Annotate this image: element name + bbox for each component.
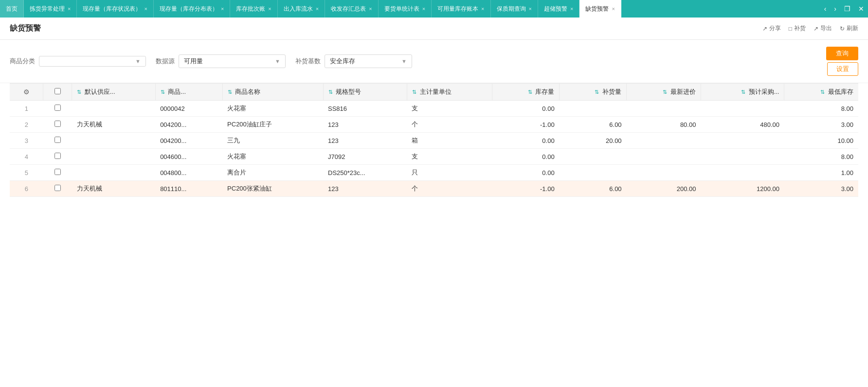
table-row: 6 力天机械 801110... PC200张紧油缸 123 个 -1.00 6… bbox=[10, 181, 858, 197]
gear-icon[interactable]: ⚙ bbox=[23, 88, 30, 96]
table-body: 1 0000042 火花塞 SS816 支 0.00 8.00 2 力天机械 0… bbox=[10, 101, 858, 197]
col-header-code[interactable]: ⇅ 商品... bbox=[155, 84, 222, 101]
category-filter-group: 商品分类 ▼ bbox=[10, 56, 146, 67]
cell-checkbox[interactable] bbox=[43, 133, 72, 149]
tab-batch-account[interactable]: 库存批次账 × bbox=[230, 0, 277, 18]
datasource-label: 数据源 bbox=[156, 57, 175, 66]
query-button[interactable]: 查询 bbox=[826, 47, 858, 60]
col-header-settings[interactable]: ⚙ bbox=[10, 84, 43, 101]
cell-name: PC200油缸庄子 bbox=[222, 117, 323, 133]
tab-scroll-left[interactable]: ‹ bbox=[820, 5, 831, 13]
close-icon[interactable]: × bbox=[221, 6, 224, 12]
page-title: 缺货预警 bbox=[10, 23, 762, 34]
cell-estimated: 480.00 bbox=[701, 117, 784, 133]
row-checkbox[interactable] bbox=[54, 121, 61, 127]
datasource-select[interactable]: 可用量 ▼ bbox=[179, 54, 286, 68]
tab-inout-flow[interactable]: 出入库流水 × bbox=[278, 0, 325, 18]
col-header-replenish[interactable]: ⇅ 补货量 bbox=[560, 84, 627, 101]
col-header-checkbox[interactable] bbox=[43, 84, 72, 101]
close-icon[interactable]: × bbox=[481, 6, 484, 12]
tab-inventory-status[interactable]: 现存量（库存状况表） × bbox=[77, 0, 153, 18]
close-icon[interactable]: × bbox=[422, 6, 425, 12]
tab-scroll-right[interactable]: › bbox=[830, 5, 840, 13]
close-icon[interactable]: × bbox=[570, 6, 573, 12]
cell-estimated bbox=[701, 133, 784, 149]
cell-checkbox[interactable] bbox=[43, 165, 72, 181]
cell-replenish: 6.00 bbox=[560, 181, 627, 197]
close-icon[interactable]: × bbox=[529, 6, 532, 12]
close-icon[interactable]: × bbox=[369, 6, 372, 12]
close-icon[interactable]: × bbox=[68, 6, 71, 12]
cell-index: 4 bbox=[10, 149, 43, 165]
category-select[interactable]: ▼ bbox=[39, 56, 146, 67]
table-row: 5 004800... 离合片 DS250*23c... 只 0.00 1.00 bbox=[10, 165, 858, 181]
cell-stock: 0.00 bbox=[492, 149, 560, 165]
col-header-spec[interactable]: ⇅ 规格型号 bbox=[323, 84, 407, 101]
tab-stockout[interactable]: 缺货预警 × bbox=[579, 0, 621, 18]
datasource-value: 可用量 bbox=[184, 57, 203, 66]
col-header-price[interactable]: ⇅ 最新进价 bbox=[627, 84, 701, 101]
tab-available-account[interactable]: 可用量库存账本 × bbox=[432, 0, 490, 18]
cell-checkbox[interactable] bbox=[43, 117, 72, 133]
tab-close-all[interactable]: ✕ bbox=[854, 5, 868, 13]
replenish-select[interactable]: 安全库存 ▼ bbox=[325, 54, 412, 68]
tab-inventory-dist[interactable]: 现存量（库存分布表） × bbox=[154, 0, 230, 18]
data-table: ⚙ ⇅ 默认供应... ⇅ 商品... ⇅ 商品名称 bbox=[10, 83, 858, 197]
cell-index: 1 bbox=[10, 101, 43, 117]
cell-estimated bbox=[701, 149, 784, 165]
col-header-unit[interactable]: ⇅ 主计量单位 bbox=[407, 84, 492, 101]
row-checkbox[interactable] bbox=[54, 169, 61, 175]
tab-receive-summary[interactable]: 收发存汇总表 × bbox=[325, 0, 378, 18]
table-row: 1 0000042 火花塞 SS816 支 0.00 8.00 bbox=[10, 101, 858, 117]
cell-unit: 箱 bbox=[407, 133, 492, 149]
cell-min-stock: 3.00 bbox=[784, 181, 858, 197]
cell-checkbox[interactable] bbox=[43, 181, 72, 197]
replenish-button[interactable]: □ 补货 bbox=[789, 24, 806, 33]
tab-picking[interactable]: 拣货异常处理 × bbox=[24, 0, 77, 18]
close-icon[interactable]: × bbox=[268, 6, 271, 12]
header-actions: ↗ 分享 □ 补货 ↗ 导出 ↻ 刷新 bbox=[762, 24, 858, 33]
cell-name: 火花塞 bbox=[222, 149, 323, 165]
cell-checkbox[interactable] bbox=[43, 149, 72, 165]
cell-checkbox[interactable] bbox=[43, 101, 72, 117]
col-header-min-stock[interactable]: ⇅ 最低库存 bbox=[784, 84, 858, 101]
sort-icon: ⇅ bbox=[820, 89, 825, 95]
cell-price bbox=[627, 149, 701, 165]
sort-icon: ⇅ bbox=[77, 89, 81, 95]
col-header-estimated[interactable]: ⇅ 预计采购... bbox=[701, 84, 784, 101]
cell-code: 004200... bbox=[155, 133, 222, 149]
close-icon[interactable]: × bbox=[144, 6, 147, 12]
cell-supplier bbox=[72, 149, 156, 165]
filter-actions: 查询 设置 bbox=[826, 47, 858, 76]
tab-expiry[interactable]: 保质期查询 × bbox=[491, 0, 538, 18]
cell-replenish: 6.00 bbox=[560, 117, 627, 133]
cell-supplier bbox=[72, 133, 156, 149]
sort-icon: ⇅ bbox=[741, 89, 745, 95]
col-header-stock[interactable]: ⇅ 库存量 bbox=[492, 84, 560, 101]
refresh-button[interactable]: ↻ 刷新 bbox=[840, 24, 858, 33]
chevron-down-icon: ▼ bbox=[275, 58, 280, 64]
tab-restore[interactable]: ❐ bbox=[840, 5, 854, 13]
tab-overstock[interactable]: 超储预警 × bbox=[538, 0, 579, 18]
filter-row: 商品分类 ▼ 数据源 可用量 ▼ 补货基数 安全库存 ▼ 查询 设置 bbox=[0, 40, 868, 83]
cell-unit: 个 bbox=[407, 181, 492, 197]
close-icon[interactable]: × bbox=[316, 6, 319, 12]
cell-stock: 0.00 bbox=[492, 133, 560, 149]
cell-supplier bbox=[72, 165, 156, 181]
tab-home[interactable]: 首页 bbox=[0, 0, 24, 18]
tab-demand-stat[interactable]: 要货单统计表 × bbox=[379, 0, 432, 18]
col-header-name[interactable]: ⇅ 商品名称 bbox=[222, 84, 323, 101]
row-checkbox[interactable] bbox=[54, 105, 61, 111]
close-icon[interactable]: × bbox=[612, 6, 615, 12]
row-checkbox[interactable] bbox=[54, 137, 61, 143]
row-checkbox[interactable] bbox=[54, 185, 61, 191]
sort-icon: ⇅ bbox=[228, 89, 232, 95]
sort-icon: ⇅ bbox=[328, 89, 333, 95]
cell-min-stock: 8.00 bbox=[784, 101, 858, 117]
col-header-supplier[interactable]: ⇅ 默认供应... bbox=[72, 84, 156, 101]
export-button[interactable]: ↗ 导出 bbox=[814, 24, 832, 33]
share-button[interactable]: ↗ 分享 bbox=[762, 24, 781, 33]
row-checkbox[interactable] bbox=[54, 153, 61, 159]
settings-button[interactable]: 设置 bbox=[827, 62, 858, 76]
select-all-checkbox[interactable] bbox=[54, 88, 61, 94]
